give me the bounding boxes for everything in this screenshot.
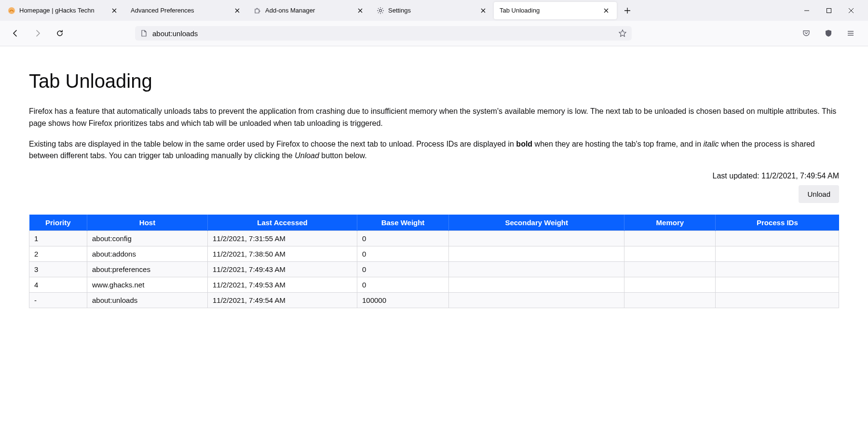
cell-base: 0 <box>357 262 449 277</box>
table-row: 2about:addons11/2/2021, 7:38:50 AM0 <box>29 246 839 262</box>
cell-priority: 4 <box>29 277 87 293</box>
cell-base: 0 <box>357 231 449 246</box>
cell-priority: 1 <box>29 231 87 246</box>
cell-sec <box>449 246 624 262</box>
close-icon[interactable] <box>109 6 119 15</box>
cell-host: about:unloads <box>87 293 208 308</box>
tab-label: Add-ons Manager <box>265 7 352 14</box>
table-row: 1about:config11/2/2021, 7:31:55 AM0 <box>29 231 839 246</box>
browser-tabbar: Homepage | gHacks Techn Advanced Prefere… <box>0 0 868 21</box>
tabs-table: Priority Host Last Accessed Base Weight … <box>29 215 839 308</box>
tab-addons-manager[interactable]: Add-ons Manager <box>248 2 371 19</box>
close-icon[interactable] <box>478 6 488 15</box>
table-row: -about:unloads11/2/2021, 7:49:54 AM10000… <box>29 293 839 308</box>
unload-button[interactable]: Unload <box>799 185 839 203</box>
tab-label: Tab Unloading <box>500 7 597 14</box>
cell-host: about:config <box>87 231 208 246</box>
tab-settings[interactable]: Settings <box>371 2 494 19</box>
col-secondary-weight: Secondary Weight <box>449 215 624 231</box>
cell-last: 11/2/2021, 7:49:54 AM <box>208 293 357 308</box>
tab-advanced-preferences[interactable]: Advanced Preferences <box>125 2 248 19</box>
ghacks-favicon <box>8 7 15 14</box>
svg-point-0 <box>8 7 15 14</box>
cell-sec <box>449 277 624 293</box>
cell-sec <box>449 293 624 308</box>
shield-icon[interactable] <box>821 26 836 41</box>
tab-label: Homepage | gHacks Techn <box>19 7 106 14</box>
back-button[interactable] <box>8 26 23 41</box>
cell-base: 0 <box>357 246 449 262</box>
col-memory: Memory <box>624 215 716 231</box>
cell-last: 11/2/2021, 7:49:43 AM <box>208 262 357 277</box>
page-icon <box>140 29 148 37</box>
table-header-row: Priority Host Last Accessed Base Weight … <box>29 215 839 231</box>
page-description: Firefox has a feature that automatically… <box>29 106 839 162</box>
tab-unloading[interactable]: Tab Unloading <box>494 2 617 19</box>
cell-host: about:addons <box>87 246 208 262</box>
table-row: 3about:preferences11/2/2021, 7:49:43 AM0 <box>29 262 839 277</box>
cell-sec <box>449 231 624 246</box>
cell-mem <box>624 262 716 277</box>
tab-label: Advanced Preferences <box>131 7 229 14</box>
cell-host: www.ghacks.net <box>87 277 208 293</box>
page-content: Tab Unloading Firefox has a feature that… <box>0 46 868 327</box>
cell-pid <box>716 246 839 262</box>
svg-rect-2 <box>827 8 831 13</box>
close-icon[interactable] <box>355 6 365 15</box>
window-controls <box>792 4 866 17</box>
page-title: Tab Unloading <box>29 70 839 92</box>
last-updated: Last updated: 11/2/2021, 7:49:54 AM <box>29 172 839 180</box>
col-base-weight: Base Weight <box>357 215 449 231</box>
svg-point-1 <box>380 9 382 12</box>
pocket-icon[interactable] <box>799 26 814 41</box>
cell-pid <box>716 262 839 277</box>
col-process-ids: Process IDs <box>716 215 839 231</box>
cell-mem <box>624 293 716 308</box>
gear-icon <box>377 7 384 14</box>
forward-button[interactable] <box>30 26 45 41</box>
bookmark-icon[interactable] <box>618 29 627 38</box>
cell-sec <box>449 262 624 277</box>
puzzle-icon <box>254 7 261 14</box>
reload-button[interactable] <box>52 26 68 41</box>
description-paragraph-2: Existing tabs are displayed in the table… <box>29 138 839 163</box>
close-icon[interactable] <box>232 6 242 15</box>
cell-last: 11/2/2021, 7:31:55 AM <box>208 231 357 246</box>
url-bar[interactable]: about:unloads <box>135 26 632 41</box>
col-priority: Priority <box>29 215 87 231</box>
cell-mem <box>624 246 716 262</box>
menu-icon[interactable] <box>843 26 858 41</box>
cell-last: 11/2/2021, 7:49:53 AM <box>208 277 357 293</box>
cell-host: about:preferences <box>87 262 208 277</box>
cell-priority: 2 <box>29 246 87 262</box>
cell-base: 0 <box>357 277 449 293</box>
maximize-button[interactable] <box>821 4 837 17</box>
cell-pid <box>716 231 839 246</box>
minimize-button[interactable] <box>799 4 815 17</box>
cell-last: 11/2/2021, 7:38:50 AM <box>208 246 357 262</box>
new-tab-button[interactable] <box>619 2 636 19</box>
description-paragraph-1: Firefox has a feature that automatically… <box>29 106 839 130</box>
table-row: 4www.ghacks.net11/2/2021, 7:49:53 AM0 <box>29 277 839 293</box>
browser-toolbar: about:unloads <box>0 21 868 46</box>
tab-ghacks[interactable]: Homepage | gHacks Techn <box>2 2 125 19</box>
cell-pid <box>716 293 839 308</box>
cell-priority: - <box>29 293 87 308</box>
col-last-accessed: Last Accessed <box>208 215 357 231</box>
close-window-button[interactable] <box>843 4 859 17</box>
cell-mem <box>624 231 716 246</box>
url-text: about:unloads <box>152 29 613 38</box>
close-icon[interactable] <box>601 6 611 15</box>
cell-mem <box>624 277 716 293</box>
cell-priority: 3 <box>29 262 87 277</box>
col-host: Host <box>87 215 208 231</box>
cell-base: 100000 <box>357 293 449 308</box>
tab-label: Settings <box>388 7 475 14</box>
cell-pid <box>716 277 839 293</box>
